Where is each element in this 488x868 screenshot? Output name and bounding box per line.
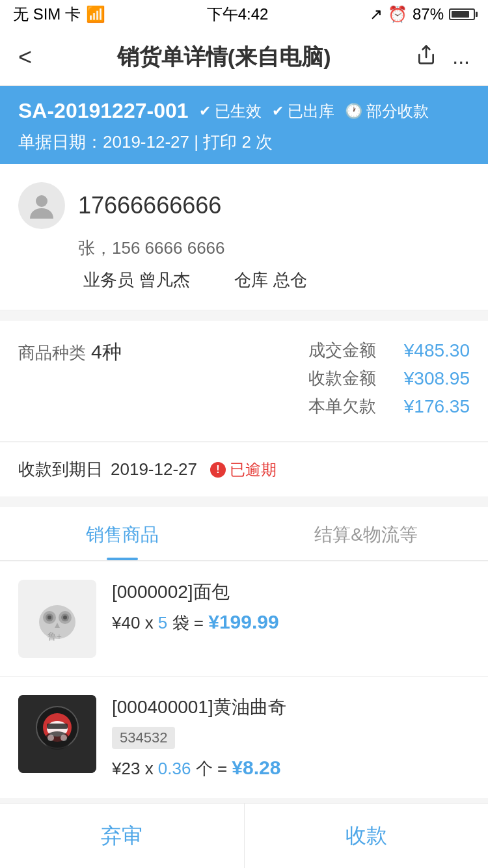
tabs-row: 销售商品 结算&物流等 [0,507,488,560]
person-icon [27,191,56,220]
banner-date: 单据日期：2019-12-27 | 打印 2 次 [18,131,470,154]
check-icon-2: ✔ [272,103,284,120]
summary-section: 商品种类4种 成交金额 ¥485.30 收款金额 ¥308.95 本单欠款 ¥1… [0,321,488,442]
transaction-amount: ¥485.30 [392,340,470,361]
received-amount: ¥308.95 [392,368,470,389]
product-info-1: [0000002]面包 ¥40 x 5 袋 = ¥199.99 [112,580,470,634]
product-thumb-2 [18,695,96,773]
svg-text:鲁+: 鲁+ [47,632,62,642]
due-label: 收款到期日 [18,458,103,481]
transaction-row: 成交金额 ¥485.30 [308,339,470,362]
wifi-icon: 📶 [86,5,105,23]
overdue-dot-icon: ! [210,462,226,478]
order-id: SA-20191227-001 [18,99,189,123]
list-item: [000400001]黄油曲奇 534532 ¥23 x 0.36 个 = ¥8… [0,677,488,799]
cancel-button[interactable]: 弃审 [0,804,245,868]
customer-row: 17666666666 [18,182,470,229]
due-date: 2019-12-27 [111,459,197,480]
page-title: 销货单详情(来自电脑) [117,42,331,72]
confirm-button[interactable]: 收款 [245,804,489,868]
tab-settlement[interactable]: 结算&物流等 [244,507,488,560]
svg-point-16 [44,731,70,750]
svg-point-18 [61,735,67,741]
status-badge-3: 🕐 部分收款 [345,101,429,122]
customer-phone: 17666666666 [78,192,221,219]
banner-top: SA-20191227-001 ✔ 已生效 ✔ 已出库 🕐 部分收款 [18,99,470,123]
owl-thumb-icon: 鲁+ [31,593,83,645]
svg-rect-15 [47,724,68,729]
customer-section: 17666666666 张，156 6666 6666 业务员曾凡杰 仓库总仓 [0,164,488,310]
carrier-text: 无 SIM 卡 [13,4,81,25]
header-banner: SA-20191227-001 ✔ 已生效 ✔ 已出库 🕐 部分收款 单据日期：… [0,86,488,164]
sales-item: 业务员曾凡杰 [78,269,190,292]
received-row: 收款金额 ¥308.95 [308,367,470,390]
status-bar: 无 SIM 卡 📶 下午4:42 ↗ ⏰ 87% [0,0,488,29]
summary-row: 商品种类4种 成交金额 ¥485.30 收款金额 ¥308.95 本单欠款 ¥1… [18,339,470,423]
product-name-1: [0000002]面包 [112,580,470,604]
category-info: 商品种类4种 [18,339,122,366]
due-section: 收款到期日 2019-12-27 ! 已逾期 [0,442,488,496]
product-price-1: ¥40 x 5 袋 = ¥199.99 [112,611,470,634]
product-list: 鲁+ [0000002]面包 ¥40 x 5 袋 = ¥199.99 [0,562,488,799]
svg-point-8 [63,616,67,619]
status-badge-1: ✔ 已生效 [199,101,262,122]
svg-point-17 [47,735,54,741]
overdue-badge: ! 已逾期 [210,459,277,480]
product-tag-2: 534532 [112,727,175,749]
battery-percent: 87% [413,5,444,23]
status-left: 无 SIM 卡 📶 [13,4,105,25]
avatar [18,182,65,229]
product-price-2: ¥23 x 0.36 个 = ¥8.28 [112,757,470,780]
clock-icon: 🕐 [345,103,362,120]
alarm-icon: ⏰ [388,5,407,23]
check-icon-1: ✔ [199,103,211,120]
share-icon[interactable] [416,44,437,70]
location-icon: ↗ [370,5,383,23]
status-time: 下午4:42 [207,4,269,25]
list-item: 鲁+ [0000002]面包 ¥40 x 5 袋 = ¥199.99 [0,562,488,677]
customer-meta: 业务员曾凡杰 仓库总仓 [18,269,470,292]
product-name-2: [000400001]黄油曲奇 [112,695,470,720]
battery-icon [449,8,475,20]
back-button[interactable]: < [18,44,32,71]
warehouse-item: 仓库总仓 [229,269,307,292]
status-right: ↗ ⏰ 87% [370,5,475,23]
nav-bar: < 销货单详情(来自电脑) ... [0,29,488,86]
amount-info: 成交金额 ¥485.30 收款金额 ¥308.95 本单欠款 ¥176.35 [308,339,470,423]
product-info-2: [000400001]黄油曲奇 534532 ¥23 x 0.36 个 = ¥8… [112,695,470,780]
customer-name-line: 张，156 6666 6666 [18,237,470,260]
product-thumb-1: 鲁+ [18,580,96,658]
product-thumb-2-icon [18,695,96,773]
bottom-bar: 弃审 收款 [0,803,488,868]
debt-amount: ¥176.35 [392,396,470,417]
nav-actions: ... [416,44,470,70]
more-icon[interactable]: ... [452,45,470,69]
debt-row: 本单欠款 ¥176.35 [308,395,470,418]
svg-point-7 [47,616,51,619]
tab-sales-products[interactable]: 销售商品 [0,507,244,560]
svg-point-1 [36,195,47,207]
overdue-text: 已逾期 [230,459,277,480]
tabs-section: 销售商品 结算&物流等 [0,507,488,561]
status-badge-2: ✔ 已出库 [272,101,334,122]
